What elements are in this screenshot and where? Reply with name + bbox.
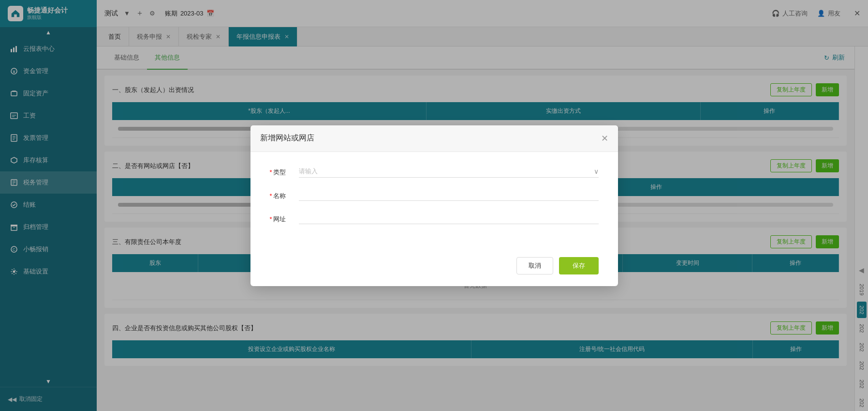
dialog-header: 新增网站或网店 ✕ [250, 125, 618, 152]
url-field [299, 214, 599, 224]
url-input[interactable] [299, 214, 599, 222]
form-row-url: *网址 [270, 214, 599, 224]
type-label: *类型 [270, 168, 299, 177]
cancel-button[interactable]: 取消 [516, 257, 553, 274]
type-dropdown-icon[interactable]: ∨ [594, 167, 599, 175]
type-field: ∨ [299, 167, 599, 178]
dialog-footer: 取消 保存 [250, 249, 618, 286]
url-label: *网址 [270, 215, 299, 224]
dialog-title: 新增网站或网店 [260, 133, 314, 143]
name-field [299, 191, 599, 201]
dialog-close-btn[interactable]: ✕ [601, 133, 608, 144]
save-button[interactable]: 保存 [559, 257, 599, 274]
dialog-body: *类型 ∨ *名称 *网址 [250, 152, 618, 249]
dialog-overlay: 新增网站或网店 ✕ *类型 ∨ *名称 [0, 0, 868, 411]
type-input[interactable] [299, 167, 594, 175]
name-label: *名称 [270, 192, 299, 200]
name-input[interactable] [299, 191, 599, 198]
add-website-dialog: 新增网站或网店 ✕ *类型 ∨ *名称 [250, 125, 618, 286]
form-row-name: *名称 [270, 191, 599, 201]
form-row-type: *类型 ∨ [270, 167, 599, 178]
